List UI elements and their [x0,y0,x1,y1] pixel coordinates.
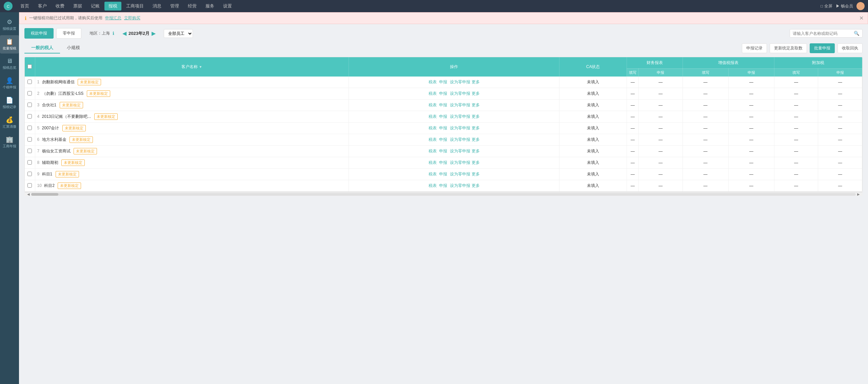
user-avatar[interactable] [856,2,865,10]
top-nav-item-2[interactable]: 收费 [52,2,68,10]
top-nav-item-9[interactable]: 经营 [184,2,201,10]
tab-zero-declare[interactable]: 零申报 [56,28,81,39]
search-input[interactable] [790,30,851,37]
op-link-1[interactable]: 申报 [439,149,447,153]
name-sort[interactable]: 客户名称 ▼ [181,64,202,70]
top-nav-item-11[interactable]: 设置 [219,2,236,10]
op-link-3[interactable]: 更多 [472,114,480,119]
row-checkbox-5[interactable] [27,137,32,142]
sidebar-item-3[interactable]: 👤个税申报 [0,74,19,92]
op-link-0[interactable]: 税表 [429,80,437,84]
op-link-1[interactable]: 申报 [439,126,447,130]
banner-close[interactable]: ✕ [859,15,864,21]
op-link-1[interactable]: 申报 [439,160,447,165]
op-link-3[interactable]: 更多 [472,149,480,153]
op-link-3[interactable]: 更多 [472,80,480,84]
top-nav-item-10[interactable]: 服务 [201,2,218,10]
scroll-thumb[interactable] [31,193,58,196]
horizontal-scrollbar[interactable]: ◀ ▶ [24,192,863,196]
op-link-0[interactable]: 税表 [429,103,437,107]
row-checkbox-4[interactable] [27,126,32,130]
sidebar-item-4[interactable]: 📄报税记录 [0,94,19,112]
op-link-1[interactable]: 申报 [439,183,447,188]
op-link-2[interactable]: 设为零申报 [450,114,470,119]
op-link-3[interactable]: 更多 [472,172,480,176]
op-link-2[interactable]: 设为零申报 [450,91,470,96]
op-link-2[interactable]: 设为零申报 [450,160,470,165]
top-nav-item-4[interactable]: 记账 [87,2,104,10]
op-link-0[interactable]: 税表 [429,126,437,130]
scroll-left-btn[interactable]: ◀ [26,192,31,196]
row-checkbox-1[interactable] [27,91,32,95]
sidebar-item-6[interactable]: 🏢工商年报 [0,133,19,151]
sidebar-item-2[interactable]: 🖥报税总览 [0,55,19,73]
op-link-1[interactable]: 申报 [439,114,447,119]
top-nav-item-0[interactable]: 首页 [16,2,33,10]
sidebar-item-1[interactable]: 📋批量报税 [0,35,19,54]
top-nav-item-7[interactable]: 消息 [149,2,165,10]
op-link-0[interactable]: 税表 [429,149,437,153]
row-checkbox-6[interactable] [27,149,32,153]
sub-tab-normal[interactable]: 一般的税人 [24,43,60,54]
op-link-1[interactable]: 申报 [439,172,447,176]
op-link-0[interactable]: 税表 [429,172,437,176]
select-all-checkbox[interactable] [27,64,32,69]
row-checkbox-7[interactable] [27,160,32,165]
op-link-3[interactable]: 更多 [472,91,480,96]
staff-select[interactable]: 全部员工 [164,29,193,38]
member-btn[interactable]: ▶ 畅会员 [836,3,853,9]
op-link-0[interactable]: 税表 [429,160,437,165]
scroll-right-btn[interactable]: ▶ [856,192,861,196]
sidebar-item-5[interactable]: 💰汇算清缴 [0,113,19,132]
row-num-name: 6 地方水利基金 未更新核定 [35,134,349,146]
top-nav-item-6[interactable]: 工商项目 [122,2,148,10]
op-link-0[interactable]: 税表 [429,183,437,188]
row-checkbox-0[interactable] [27,80,32,84]
sub-tab-small[interactable]: 小规模 [60,43,87,54]
op-link-2[interactable]: 设为零申报 [450,149,470,153]
op-link-2[interactable]: 设为零申报 [450,183,470,188]
op-link-3[interactable]: 更多 [472,183,480,188]
row-checkbox-9[interactable] [27,183,32,188]
retrieve-btn[interactable]: 收取回执 [837,43,863,53]
op-link-0[interactable]: 税表 [429,137,437,142]
region-info-icon[interactable]: ℹ [113,31,114,36]
op-link-1[interactable]: 申报 [439,91,447,96]
op-link-2[interactable]: 设为零申报 [450,80,470,84]
banner-link2[interactable]: 立即购买 [124,15,140,21]
fullscreen-btn[interactable]: □ 全屏 [821,3,832,9]
batch-declare-btn[interactable]: 批量申报 [810,43,835,53]
next-month-btn[interactable]: ▶ [152,30,156,37]
update-btn[interactable]: 更新统定及取数 [770,43,807,53]
op-link-2[interactable]: 设为零申报 [450,103,470,107]
op-link-0[interactable]: 税表 [429,91,437,96]
record-btn[interactable]: 申报记录 [742,43,767,53]
prev-month-btn[interactable]: ◀ [122,30,126,37]
top-nav-item-3[interactable]: 票据 [69,2,86,10]
row-num: 7 [37,149,40,153]
tab-tax-declare[interactable]: 税款申报 [24,28,54,39]
op-link-1[interactable]: 申报 [439,103,447,107]
op-link-0[interactable]: 税表 [429,114,437,119]
op-link-2[interactable]: 设为零申报 [450,172,470,176]
top-nav-item-5[interactable]: 报税 [104,2,121,10]
top-nav-item-8[interactable]: 管理 [166,2,183,10]
op-link-3[interactable]: 更多 [472,137,480,142]
banner-link1[interactable]: 申报汇总 [105,15,121,21]
op-link-3[interactable]: 更多 [472,126,480,130]
op-link-3[interactable]: 更多 [472,103,480,107]
op-link-1[interactable]: 申报 [439,137,447,142]
row-ops: 税表 申报 设为零申报更多 [349,123,559,134]
th-added-tax: 附加税 [774,57,862,69]
op-link-2[interactable]: 设为零申报 [450,137,470,142]
row-checkbox-2[interactable] [27,103,32,107]
op-link-1[interactable]: 申报 [439,80,447,84]
scroll-track[interactable] [31,193,856,196]
op-link-3[interactable]: 更多 [472,160,480,165]
search-button[interactable]: 🔍 [851,29,862,37]
row-checkbox-8[interactable] [27,172,32,176]
top-nav-item-1[interactable]: 客户 [34,2,51,10]
row-checkbox-3[interactable] [27,114,32,119]
sidebar-item-0[interactable]: ⚙报税设置 [0,16,19,34]
op-link-2[interactable]: 设为零申报 [450,126,470,130]
